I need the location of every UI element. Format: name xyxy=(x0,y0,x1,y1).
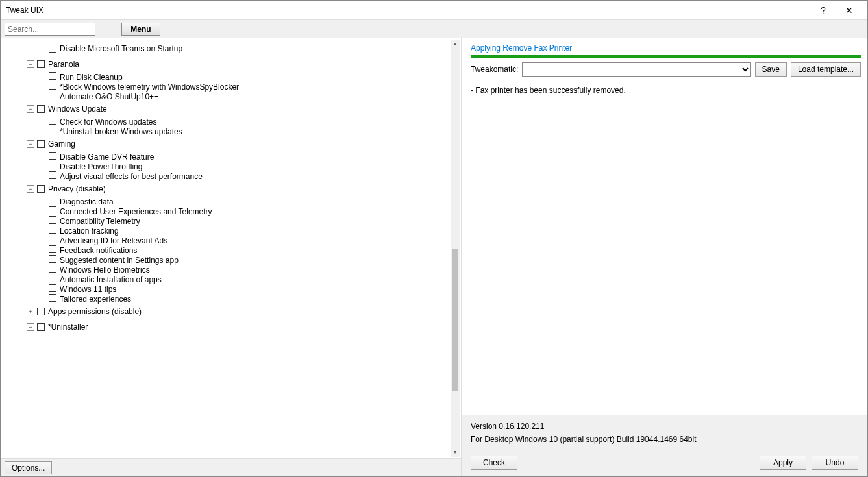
tree-item-label[interactable]: Suggested content in Settings app xyxy=(60,256,179,265)
left-footer: Options... xyxy=(1,458,461,476)
checkbox[interactable] xyxy=(49,206,56,214)
checkbox[interactable] xyxy=(49,255,56,263)
checkbox[interactable] xyxy=(49,216,56,224)
tree-item-label[interactable]: *Block Windows telemetry with WindowsSpy… xyxy=(60,82,239,92)
platform-text: For Desktop Windows 10 (partial support)… xyxy=(471,435,858,444)
tree-item-label[interactable]: Run Disk Cleanup xyxy=(60,73,123,82)
tree-item-label[interactable]: Disable Microsoft Teams on Startup xyxy=(60,41,182,56)
tree-item-label[interactable]: Connected User Experiences and Telemetry xyxy=(60,207,212,216)
tree-item-label[interactable]: Automatic Installation of apps xyxy=(60,275,162,284)
progress-bar xyxy=(471,55,861,58)
load-template-button[interactable]: Load template... xyxy=(791,62,861,77)
tree-item-label[interactable]: Diagnostic data xyxy=(60,197,114,206)
help-button[interactable]: ? xyxy=(810,5,836,16)
tree-group-label[interactable]: Windows Update xyxy=(48,104,107,114)
save-button[interactable]: Save xyxy=(755,62,787,77)
scroll-thumb[interactable] xyxy=(452,249,458,391)
checkbox[interactable] xyxy=(37,105,45,113)
right-pane: Applying Remove Fax Printer Tweakomatic:… xyxy=(462,38,867,476)
tweak-tree[interactable]: Disable Microsoft Teams on Startup−Paran… xyxy=(1,38,461,337)
tree-group-label[interactable]: *Uninstaller xyxy=(48,323,88,332)
tweakomatic-label: Tweakomatic: xyxy=(471,65,518,74)
checkbox[interactable] xyxy=(49,294,56,302)
tree-group-label[interactable]: Paranoia xyxy=(48,60,79,69)
version-text: Version 0.16.120.211 xyxy=(471,422,858,431)
tree-item-label[interactable]: Compatibility Telemetry xyxy=(60,217,140,226)
checkbox[interactable] xyxy=(37,60,45,68)
menu-button[interactable]: Menu xyxy=(121,23,160,36)
tree-item-label[interactable]: Advertising ID for Relevant Ads xyxy=(60,236,167,245)
tree-item-label[interactable]: *Uninstall broken Windows updates xyxy=(60,127,182,136)
undo-button[interactable]: Undo xyxy=(812,456,858,470)
collapse-icon[interactable]: − xyxy=(27,323,34,331)
checkbox[interactable] xyxy=(49,265,56,273)
window-title: Tweak UIX xyxy=(6,6,43,15)
checkbox[interactable] xyxy=(49,236,56,243)
scroll-up-icon[interactable]: ▴ xyxy=(451,40,460,49)
checkbox[interactable] xyxy=(37,308,45,315)
checkbox[interactable] xyxy=(37,323,45,331)
scroll-down-icon[interactable]: ▾ xyxy=(451,448,460,457)
tweakomatic-row: Tweakomatic: Save Load template... xyxy=(471,62,861,77)
scrollbar[interactable]: ▴ ▾ xyxy=(451,40,460,457)
left-pane: Disable Microsoft Teams on Startup−Paran… xyxy=(1,38,462,476)
checkbox[interactable] xyxy=(37,140,45,148)
checkbox[interactable] xyxy=(49,72,56,80)
checkbox[interactable] xyxy=(49,275,56,282)
toolbar: Menu xyxy=(1,20,867,38)
status-text: Applying Remove Fax Printer xyxy=(471,42,861,55)
checkbox[interactable] xyxy=(49,92,56,99)
tree-item-label[interactable]: Check for Windows updates xyxy=(60,117,156,127)
checkbox[interactable] xyxy=(49,45,56,53)
apply-button[interactable]: Apply xyxy=(760,456,806,470)
right-footer: Version 0.16.120.211 For Desktop Windows… xyxy=(462,415,867,476)
tree-item-label[interactable]: Feedback notifications xyxy=(60,246,137,255)
log-line: - Fax printer has been successfully remo… xyxy=(471,86,861,95)
checkbox[interactable] xyxy=(49,152,56,160)
tree-item-label[interactable]: Disable PowerThrottling xyxy=(60,162,142,171)
checkbox[interactable] xyxy=(49,226,56,234)
search-input[interactable] xyxy=(5,23,95,36)
options-button[interactable]: Options... xyxy=(5,461,52,474)
checkbox[interactable] xyxy=(49,171,56,179)
collapse-icon[interactable]: − xyxy=(27,105,34,113)
collapse-icon[interactable]: − xyxy=(27,185,34,193)
collapse-icon[interactable]: − xyxy=(27,140,34,148)
checkbox[interactable] xyxy=(49,245,56,253)
tree-group-label[interactable]: Apps permissions (disable) xyxy=(48,307,142,316)
tree-item-label[interactable]: Automate O&O ShutUp10++ xyxy=(60,92,158,101)
log-area: - Fax printer has been successfully remo… xyxy=(471,83,861,415)
checkbox[interactable] xyxy=(49,197,56,204)
tree-item-label[interactable]: Adjust visual effects for best performan… xyxy=(60,172,203,181)
checkbox[interactable] xyxy=(49,284,56,292)
tree-item-label[interactable]: Tailored experiences xyxy=(60,295,131,304)
tree-item-label[interactable]: Windows 11 tips xyxy=(60,285,116,294)
tree-item-label[interactable]: Windows Hello Biometrics xyxy=(60,265,150,275)
tree-item-label[interactable]: Disable Game DVR feature xyxy=(60,153,154,162)
tree-group-label[interactable]: Privacy (disable) xyxy=(48,184,106,193)
collapse-icon[interactable]: − xyxy=(27,60,34,68)
check-button[interactable]: Check xyxy=(471,456,517,470)
checkbox[interactable] xyxy=(49,127,56,134)
checkbox[interactable] xyxy=(49,117,56,125)
tweakomatic-select[interactable] xyxy=(522,62,750,77)
checkbox[interactable] xyxy=(37,185,45,193)
checkbox[interactable] xyxy=(49,82,56,90)
tree-group-label[interactable]: Gaming xyxy=(48,140,75,149)
titlebar: Tweak UIX ? ✕ xyxy=(1,1,867,20)
close-button[interactable]: ✕ xyxy=(836,5,862,16)
checkbox[interactable] xyxy=(49,162,56,169)
tree-item-label[interactable]: Location tracking xyxy=(60,226,119,236)
expand-icon[interactable]: + xyxy=(27,308,34,315)
